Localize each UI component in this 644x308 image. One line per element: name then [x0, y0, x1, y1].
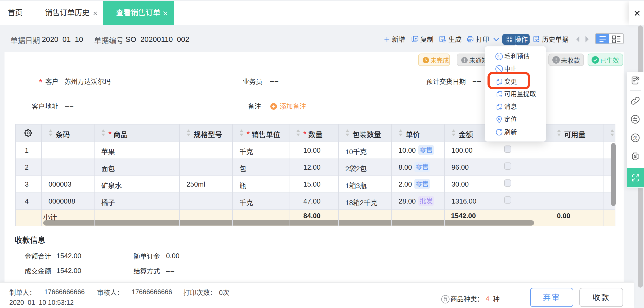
- svg-text:毛: 毛: [497, 54, 501, 59]
- svg-text:欠: 欠: [633, 134, 638, 141]
